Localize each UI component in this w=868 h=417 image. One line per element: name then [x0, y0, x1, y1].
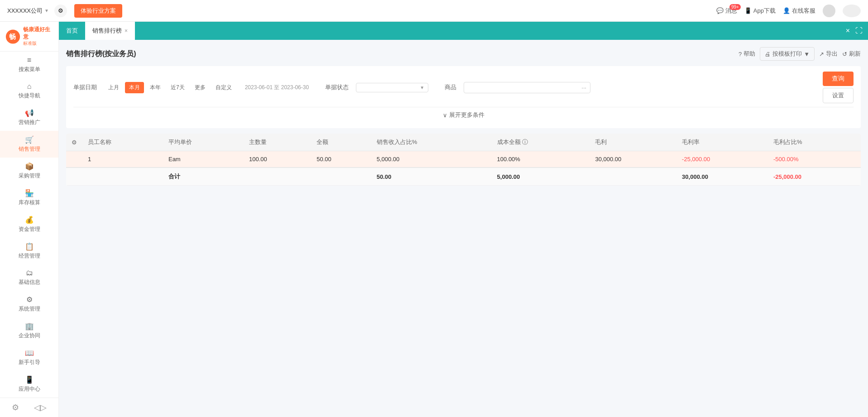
sidebar-label: 搜索菜单: [19, 66, 40, 73]
export-label: 导出: [826, 50, 838, 58]
logo-text-area: 畅康通好生意 标准版: [23, 26, 53, 47]
app-center-icon: 📱: [25, 375, 34, 384]
sidebar-label: 销售管理: [19, 145, 40, 153]
sidebar-label: 库存核算: [19, 199, 40, 206]
tab-home[interactable]: 首页: [59, 22, 85, 40]
collapse-sidebar-icon[interactable]: ◁▷: [34, 403, 47, 412]
logo-icon: 畅: [5, 29, 20, 45]
query-button[interactable]: 查询: [823, 72, 854, 86]
download-icon: 📱: [744, 7, 752, 14]
sidebar-item-marketing[interactable]: 📢营销推广: [0, 104, 58, 131]
refresh-button[interactable]: ↺ 刷新: [842, 50, 861, 58]
goods-filter-label: 商品: [445, 83, 456, 91]
sidebar-item-operation[interactable]: 📋经营管理: [0, 238, 58, 264]
app-download-button[interactable]: 📱 App下载: [744, 7, 776, 15]
date-btn-近7天[interactable]: 近7天: [167, 82, 189, 93]
sidebar-label: 应用中心: [19, 385, 40, 393]
maximize-icon[interactable]: ⛶: [855, 27, 863, 35]
sidebar-item-sales[interactable]: 🛒销售管理: [0, 131, 58, 158]
trial-button[interactable]: 体验行业方案: [74, 4, 122, 18]
tab-sales-ranking[interactable]: 销售排行榜 ×: [85, 22, 135, 40]
col-header-3: 主数量: [244, 134, 311, 151]
sidebar-label: 采购管理: [19, 172, 40, 180]
sidebar-label: 企业协同: [19, 332, 40, 340]
finance-icon: 💰: [25, 216, 34, 224]
tab-bar: 首页 销售排行榜 × × ⛶: [59, 22, 868, 40]
settings-bottom-icon[interactable]: ⚙: [12, 403, 19, 412]
sidebar-item-inventory[interactable]: 🏪库存核算: [0, 184, 58, 211]
footer-cell-0: [66, 168, 82, 186]
date-btn-本年[interactable]: 本年: [146, 82, 165, 93]
sidebar-item-system[interactable]: ⚙系统管理: [0, 291, 58, 317]
date-btn-本月[interactable]: 本月: [125, 82, 144, 93]
sidebar-item-quick-nav[interactable]: ⌂快捷导航: [0, 78, 58, 104]
table-container: ⚙员工名称平均单价主数量全额销售收入占比%成本全额 ⓘ毛利毛利率毛利占比% 1E…: [66, 134, 861, 186]
page-header: 销售排行榜(按业务员) ? 帮助 🖨 按模板打印 ▼ ↗: [66, 47, 861, 61]
table-cell-0-1: 1: [82, 151, 163, 168]
export-icon: ↗: [819, 51, 824, 58]
expand-more-button[interactable]: ∨ 展开更多条件: [73, 107, 854, 123]
sidebar-logo: 畅 畅康通好生意 标准版: [0, 22, 58, 52]
tab-close-icon[interactable]: ×: [125, 28, 128, 34]
table-footer-row: 合计50.005,000.0030,000.00-25,000.00: [66, 168, 861, 186]
sidebar-item-app-center[interactable]: 📱应用中心: [0, 371, 58, 398]
cooperation-icon: 🏢: [25, 322, 34, 331]
sidebar-label: 资金管理: [19, 225, 40, 233]
sidebar-item-purchase[interactable]: 📦采购管理: [0, 158, 58, 184]
table-cell-0-3: 100.00: [244, 151, 311, 168]
print-label: 按模板打印: [772, 50, 802, 58]
col-header-9: 毛利占比%: [768, 134, 861, 151]
chevron-down-icon: ▼: [420, 85, 424, 90]
date-btn-更多[interactable]: 更多: [191, 82, 210, 93]
gear-icon: ⚙: [58, 7, 63, 14]
online-support-button[interactable]: 👤 在线客服: [783, 7, 815, 15]
date-buttons: 上月本月本年近7天更多自定义: [104, 82, 236, 93]
sidebar: 畅 畅康通好生意 标准版 ≡搜索菜单⌂快捷导航📢营销推广🛒销售管理📦采购管理🏪库…: [0, 22, 59, 417]
date-filter-label: 单据日期: [73, 83, 97, 91]
sidebar-item-search-order[interactable]: ≡搜索菜单: [0, 52, 58, 78]
sidebar-item-finance[interactable]: 💰资金管理: [0, 211, 58, 238]
sidebar-item-basic-info[interactable]: 🗂基础信息: [0, 264, 58, 291]
goods-select[interactable]: ···: [464, 82, 590, 93]
top-bar: XXXXXX公司 ▼ ⚙ 体验行业方案 💬 消息 99+ 📱 App下载 👤 在…: [0, 0, 868, 22]
col-header-4: 全额: [311, 134, 371, 151]
marketing-icon: 📢: [25, 109, 34, 117]
export-button[interactable]: ↗ 导出: [819, 50, 838, 58]
content-area: 首页 销售排行榜 × × ⛶ 销售排行榜(按业务员) ?: [59, 22, 868, 417]
footer-cell-3: [244, 168, 311, 186]
col-header-2: 平均单价: [163, 134, 244, 151]
avatar[interactable]: [823, 5, 835, 17]
date-btn-上月[interactable]: 上月: [104, 82, 123, 93]
footer-cell-8: 30,000.00: [676, 168, 768, 186]
tab-label: 销售排行榜: [92, 27, 122, 35]
company-selector[interactable]: XXXXXX公司 ▼: [7, 7, 49, 15]
table-header-row: ⚙员工名称平均单价主数量全额销售收入占比%成本全额 ⓘ毛利毛利率毛利占比%: [66, 134, 861, 151]
inventory-icon: 🏪: [25, 189, 34, 197]
online-support-label: 在线客服: [792, 7, 815, 15]
sidebar-item-guide[interactable]: 📖新手引导: [0, 344, 58, 371]
user-name-area[interactable]: [843, 5, 861, 17]
table-cell-0-4: 50.00: [311, 151, 371, 168]
sidebar-item-cooperation[interactable]: 🏢企业协同: [0, 317, 58, 344]
top-bar-left: XXXXXX公司 ▼ ⚙ 体验行业方案: [7, 4, 122, 18]
main-area: 畅 畅康通好生意 标准版 ≡搜索菜单⌂快捷导航📢营销推广🛒销售管理📦采购管理🏪库…: [0, 22, 868, 417]
print-button[interactable]: 🖨 按模板打印 ▼: [760, 47, 815, 61]
message-button[interactable]: 💬 消息 99+: [716, 7, 737, 15]
date-btn-自定义[interactable]: 自定义: [211, 82, 236, 93]
settings-col-icon[interactable]: ⚙: [72, 139, 77, 146]
status-select[interactable]: ▼: [356, 83, 428, 92]
help-button[interactable]: ? 帮助: [739, 50, 755, 58]
company-settings-button[interactable]: ⚙: [54, 5, 67, 17]
table-cell-0-6: 100.00%: [492, 151, 590, 168]
logo-sub: 标准版: [23, 40, 53, 47]
guide-icon: 📖: [25, 349, 34, 357]
footer-cell-1: [82, 168, 163, 186]
app-container: XXXXXX公司 ▼ ⚙ 体验行业方案 💬 消息 99+ 📱 App下载 👤 在…: [0, 0, 868, 417]
close-window-icon[interactable]: ×: [846, 27, 850, 35]
help-label: 帮助: [743, 50, 755, 58]
svg-text:畅: 畅: [9, 33, 16, 40]
settings-button[interactable]: 设置: [823, 88, 854, 103]
more-icon[interactable]: ···: [581, 84, 586, 91]
message-icon: 💬: [716, 7, 724, 14]
table-row: 1Eam100.0050.005,000.00100.00%30,000.00-…: [66, 151, 861, 168]
